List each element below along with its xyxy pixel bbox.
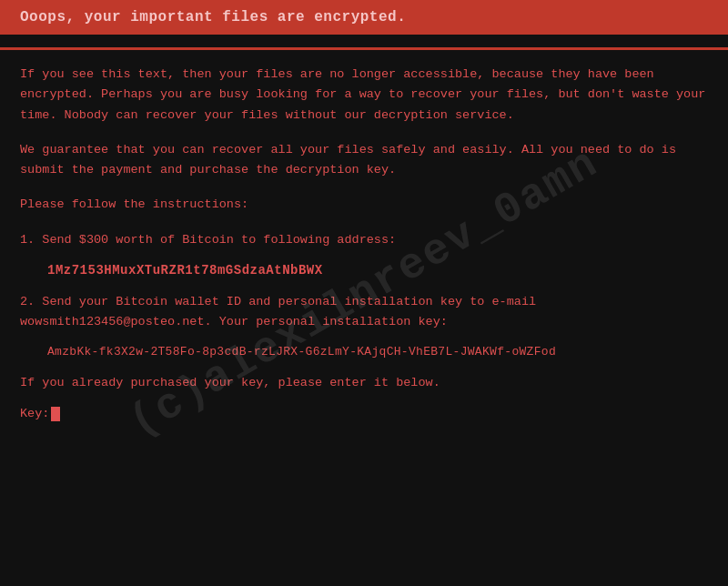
guarantee-paragraph: We guarantee that you can recover all yo…: [20, 140, 708, 181]
please-follow-section: Please follow the instructions:: [20, 195, 708, 215]
instruction-2-label: 2. Send your Bitcoin wallet ID and perso…: [20, 292, 708, 333]
intro-section: If you see this text, then your files ar…: [20, 65, 708, 126]
ransomware-screen: Ooops, your important files are encrypte…: [0, 0, 728, 586]
instruction-1-section: 1. Send $300 worth of Bitcoin to followi…: [20, 230, 708, 278]
key-cursor: [51, 407, 60, 421]
intro-paragraph: If you see this text, then your files ar…: [20, 65, 708, 126]
guarantee-section: We guarantee that you can recover all yo…: [20, 140, 708, 181]
purchased-label: If you already purchased your key, pleas…: [20, 373, 708, 393]
personal-key: AmzbKk-fk3X2w-2T58Fo-8p3cdB-rzLJRX-G6zLm…: [47, 345, 708, 359]
key-prompt-label: Key:: [20, 407, 49, 420]
bitcoin-address: 1Mz7153HMuxXTuRZR1t78mGSdzaAtNbBWX: [47, 263, 708, 278]
title-text: Ooops, your important files are encrypte…: [20, 9, 406, 25]
instruction-2-section: 2. Send your Bitcoin wallet ID and perso…: [20, 292, 708, 359]
key-entry-section: If you already purchased your key, pleas…: [20, 373, 708, 420]
please-follow-text: Please follow the instructions:: [20, 195, 708, 215]
divider: [0, 47, 728, 50]
title-bar: Ooops, your important files are encrypte…: [0, 0, 728, 35]
instruction-1-label: 1. Send $300 worth of Bitcoin to followi…: [20, 230, 708, 250]
key-input-line[interactable]: Key:: [20, 407, 708, 421]
